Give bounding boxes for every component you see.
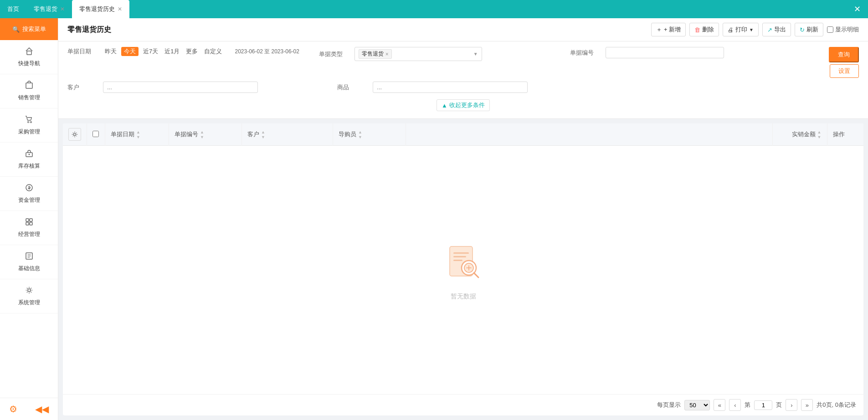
- sidebar-item-operations-label: 经营管理: [18, 230, 40, 238]
- bill-type-tag: 零售退货 ×: [359, 49, 392, 59]
- query-btn-col: 查询 设置: [822, 47, 859, 78]
- filter-area: 单据日期 昨天 今天 近7天 近1月 更多 自定义 2023-06-02 至 2…: [58, 41, 868, 119]
- customer-input[interactable]: [107, 84, 254, 91]
- purchase-icon: [25, 115, 34, 126]
- th-guide-sort[interactable]: 导购员 ▲▼: [339, 130, 400, 139]
- toolbar: ＋ + 新增 🗑 删除 🖨 打印 ▼ ↗ 导出 ↻: [651, 23, 859, 36]
- query-button[interactable]: 查询: [829, 47, 859, 62]
- refresh-button[interactable]: ↻ 刷新: [795, 23, 823, 36]
- page-suffix: 页: [776, 401, 782, 409]
- date-opt-custom[interactable]: 自定义: [202, 47, 224, 56]
- date-opt-today[interactable]: 今天: [121, 47, 139, 56]
- sales-icon: [25, 81, 34, 92]
- goods-input[interactable]: [377, 84, 524, 91]
- bill-no-filter-group: 单据编号: [570, 47, 822, 58]
- prev-page-btn[interactable]: ‹: [729, 399, 741, 411]
- customer-filter-group: 客户: [67, 82, 328, 93]
- tab-home[interactable]: 首页: [0, 0, 26, 18]
- th-customer-sort[interactable]: 客户 ▲▼: [247, 130, 327, 139]
- empty-illustration: [441, 240, 486, 285]
- window-close-icon[interactable]: ✕: [854, 4, 861, 14]
- print-icon: 🖨: [728, 26, 734, 33]
- page-input[interactable]: [754, 400, 772, 410]
- export-icon: ↗: [767, 26, 772, 33]
- refresh-label: 刷新: [806, 26, 818, 34]
- date-filter-group: 单据日期 昨天 今天 近7天 近1月 更多 自定义 2023-06-02 至 2…: [67, 47, 319, 56]
- bill-type-tag-remove[interactable]: ×: [385, 51, 389, 57]
- tab-retail-return-label: 零售退货: [34, 5, 57, 13]
- bill-no-input[interactable]: [606, 47, 724, 58]
- th-billno-sort-arrows: ▲▼: [200, 130, 204, 139]
- tab-retail-return-history-close[interactable]: ✕: [118, 6, 122, 12]
- collapse-label: 收起更多条件: [449, 101, 485, 109]
- goods-filter-group: 商品: [337, 82, 598, 93]
- select-all-checkbox[interactable]: [92, 131, 99, 137]
- goods-input-wrapper[interactable]: [373, 82, 528, 93]
- print-button[interactable]: 🖨 打印 ▼: [723, 23, 759, 36]
- customer-label: 客户: [67, 83, 99, 92]
- delete-button[interactable]: 🗑 删除: [689, 23, 719, 36]
- settings-bottom-icon[interactable]: ⚙: [9, 404, 17, 415]
- sidebar-item-finance-label: 资金管理: [18, 196, 40, 204]
- customer-input-wrapper[interactable]: [103, 82, 258, 93]
- audio-bottom-icon[interactable]: ◀◀: [35, 404, 49, 415]
- th-billno-sort[interactable]: 单据编号 ▲▼: [175, 130, 236, 139]
- th-date-sort[interactable]: 单据日期 ▲▼: [111, 130, 163, 139]
- sidebar-search[interactable]: 🔍 搜索菜单: [0, 18, 58, 40]
- tab-retail-return-history[interactable]: 零售退货历史 ✕: [72, 0, 129, 18]
- tab-retail-return-close[interactable]: ✕: [60, 6, 65, 12]
- print-dropdown-icon: ▼: [749, 27, 754, 32]
- tab-home-label: 首页: [7, 5, 19, 13]
- sidebar-item-sales[interactable]: 销售管理: [0, 74, 58, 108]
- th-action-label: 操作: [833, 131, 845, 138]
- th-amount-sort[interactable]: 实销金额 ▲▼: [778, 130, 822, 139]
- th-date-sort-arrows: ▲▼: [136, 130, 140, 139]
- tab-retail-return[interactable]: 零售退货 ✕: [26, 0, 72, 18]
- th-guide-label: 导购员: [339, 130, 356, 138]
- sidebar-item-finance[interactable]: 资金管理: [0, 177, 58, 211]
- show-detail-checkbox[interactable]: [827, 26, 833, 33]
- next-page-btn[interactable]: ›: [786, 399, 797, 411]
- home-icon: [25, 46, 34, 58]
- show-detail-checkbox-wrapper[interactable]: 显示明细: [827, 26, 859, 34]
- sidebar-item-quick-nav-label: 快捷导航: [18, 60, 40, 67]
- refresh-icon: ↻: [800, 26, 805, 33]
- setting-button[interactable]: 设置: [830, 64, 859, 78]
- bill-type-select[interactable]: 零售退货 × ▼: [354, 47, 482, 61]
- sidebar-item-basic-info[interactable]: 基础信息: [0, 245, 58, 279]
- th-billno: 单据编号 ▲▼: [169, 123, 242, 146]
- sidebar-item-inventory[interactable]: 库存核算: [0, 143, 58, 177]
- export-button[interactable]: ↗ 导出: [762, 23, 791, 36]
- add-button[interactable]: ＋ + 新增: [651, 23, 686, 36]
- sidebar-item-purchase[interactable]: 采购管理: [0, 108, 58, 143]
- table-setting-icon-btn[interactable]: [68, 128, 81, 141]
- first-page-btn[interactable]: «: [714, 399, 725, 411]
- date-opt-yesterday[interactable]: 昨天: [103, 47, 118, 56]
- add-label: + 新增: [664, 26, 681, 34]
- sidebar-item-system[interactable]: 系统管理: [0, 279, 58, 313]
- per-page-select[interactable]: 50 10 20 100: [684, 400, 710, 410]
- sidebar-bottom: ⚙ ◀◀: [0, 398, 58, 420]
- date-opt-7days[interactable]: 近7天: [141, 47, 160, 56]
- th-action: 操作: [827, 123, 863, 146]
- collapse-icon: ▲: [442, 102, 447, 109]
- svg-point-12: [28, 289, 31, 292]
- empty-text: 暂无数据: [451, 292, 476, 301]
- sidebar-item-quick-nav[interactable]: 快捷导航: [0, 40, 58, 74]
- sidebar-item-operations[interactable]: 经营管理: [0, 211, 58, 245]
- svg-rect-1: [26, 83, 32, 88]
- goods-label: 商品: [337, 83, 369, 92]
- main-layout: 🔍 搜索菜单 快捷导航 销售管理 采购管理 库存核算: [0, 18, 868, 420]
- th-customer-sort-arrows: ▲▼: [261, 130, 265, 139]
- svg-point-13: [74, 133, 76, 136]
- date-opt-more[interactable]: 更多: [184, 47, 200, 56]
- print-label: 打印: [735, 26, 747, 34]
- last-page-btn[interactable]: »: [801, 399, 813, 411]
- date-opt-1month[interactable]: 近1月: [163, 47, 181, 56]
- page-title: 零售退货历史: [67, 25, 111, 35]
- svg-rect-0: [27, 51, 31, 55]
- page-label: 第: [745, 401, 750, 409]
- collapse-button[interactable]: ▲ 收起更多条件: [437, 99, 490, 111]
- data-table: 单据日期 ▲▼ 单据编号 ▲▼ 客户: [63, 123, 863, 146]
- add-icon: ＋: [656, 26, 662, 34]
